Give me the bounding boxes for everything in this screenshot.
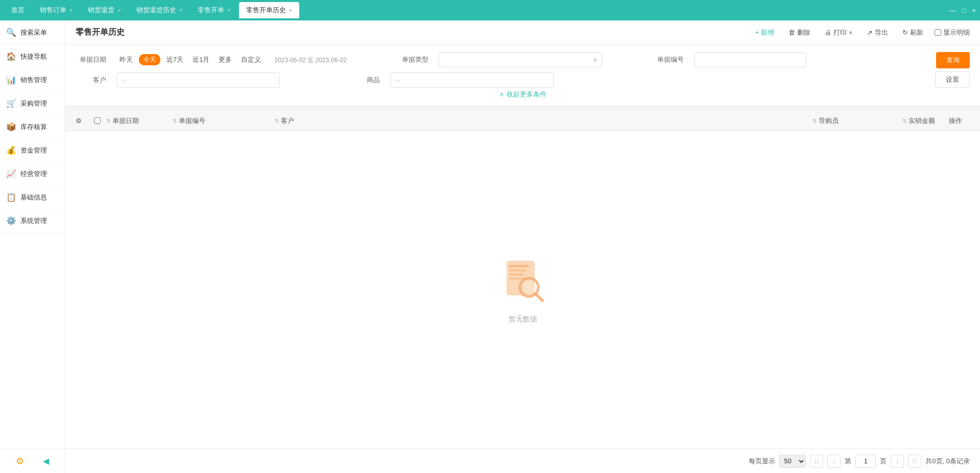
tab-home[interactable]: + 新增 首页 — [4, 2, 32, 18]
col-date-header[interactable]: ⇅ 单据日期 — [106, 116, 173, 126]
display-detail-toggle[interactable]: 显示明细 — [935, 28, 970, 37]
settings-bottom-icon[interactable]: ⚙ — [16, 456, 24, 467]
customer-label: 客户 — [76, 76, 106, 85]
col-action-label: 操作 — [949, 116, 962, 126]
tab-retail-open-history[interactable]: 零售开单历史 × — [239, 2, 299, 18]
date-opt-7days[interactable]: 近7天 — [163, 54, 186, 65]
date-label: 单据日期 — [76, 55, 106, 64]
tab-retail-open[interactable]: 零售开单 × — [190, 2, 237, 18]
tab-sales-return-close[interactable]: × — [117, 7, 121, 13]
sidebar-item-finance[interactable]: 💰 资金管理 — [0, 139, 65, 162]
maximize-btn[interactable]: □ — [962, 7, 966, 14]
filter-settings-button[interactable]: 设置 — [935, 71, 970, 88]
per-page-label: 每页显示 — [749, 457, 775, 466]
sidebar-item-purchase-mgmt[interactable]: 🛒 采购管理 — [0, 92, 65, 115]
add-label: + 新增 — [755, 28, 774, 37]
date-opt-today[interactable]: 今天 — [139, 54, 160, 65]
date-options-group: 昨天 今天 近7天 近1月 更多 自定义 — [116, 54, 264, 65]
table-area: ⚙ ⇅ 单据日期 ⇅ 单据编号 ⇅ 客户 ⇅ — [65, 111, 980, 473]
pagination: 每页显示 10 20 50 100 ⟨⟨ ⟨ 第 页 ⟩ ⟩⟩ 共0页, 0条记… — [65, 449, 980, 473]
svg-rect-2 — [509, 269, 527, 271]
col-customer-header[interactable]: ⇅ 客户 — [275, 116, 812, 126]
tab-sales-return-history[interactable]: 销货退货历史 × — [129, 2, 189, 18]
prev-page-btn[interactable]: ⟨ — [827, 455, 841, 468]
col-checkbox[interactable] — [88, 117, 106, 124]
tab-retail-open-close[interactable]: × — [227, 7, 230, 13]
main-layout: 🔍 搜索采单 🏠 快捷导航 📊 销售管理 🛒 采购管理 📦 库存核算 💰 资金管… — [0, 20, 980, 473]
select-all-checkbox[interactable] — [94, 117, 101, 124]
minimize-btn[interactable]: — — [949, 7, 956, 14]
refresh-button[interactable]: ↻ 刷新 — [899, 26, 926, 39]
delete-icon: 🗑 — [788, 29, 795, 36]
export-button[interactable]: ↗ 导出 — [864, 26, 891, 39]
col-guide-label: 导购员 — [819, 116, 839, 126]
page-title: 零售开单历史 — [76, 27, 752, 38]
basic-info-icon: 📋 — [6, 192, 15, 202]
date-range-text: 2023-06-02 至 2023-06-02 — [274, 56, 346, 65]
query-button[interactable]: 查询 — [936, 52, 970, 68]
empty-icon — [497, 256, 548, 307]
display-detail-checkbox[interactable] — [935, 29, 941, 36]
per-page-select[interactable]: 10 20 50 100 — [779, 455, 806, 468]
purchase-mgmt-label: 采购管理 — [20, 99, 47, 108]
tab-sales-order-close[interactable]: × — [69, 7, 73, 13]
col-amount-header[interactable]: ⇅ 实销金额 — [874, 116, 935, 126]
goods-input[interactable]: ··· — [390, 72, 554, 88]
export-label: 导出 — [875, 28, 888, 37]
system-icon: ⚙️ — [6, 216, 15, 226]
type-select[interactable]: ∨ — [439, 52, 602, 67]
col-guide-header[interactable]: ⇅ 导购员 — [812, 116, 874, 126]
tab-sales-order[interactable]: 销售订单 × — [33, 2, 80, 18]
tab-retail-open-history-close[interactable]: × — [289, 7, 292, 13]
inventory-icon: 📦 — [6, 122, 15, 132]
operations-label: 经营管理 — [20, 169, 47, 179]
current-page-input[interactable] — [855, 455, 876, 468]
inventory-label: 库存核算 — [20, 122, 47, 132]
next-page-btn[interactable]: ⟩ — [891, 455, 904, 468]
col-amount-label: 实销金额 — [909, 116, 935, 126]
add-button[interactable]: + 新增 — [752, 26, 777, 39]
tab-sales-return-history-close[interactable]: × — [179, 7, 182, 13]
first-page-btn[interactable]: ⟨⟨ — [810, 455, 823, 468]
close-btn[interactable]: × — [972, 7, 976, 14]
sidebar-item-operations[interactable]: 📈 经营管理 — [0, 162, 65, 186]
sidebar-item-inventory[interactable]: 📦 库存核算 — [0, 115, 65, 139]
col-order-no-label: 单据编号 — [179, 116, 205, 126]
collapse-sidebar-icon[interactable]: ◀ — [43, 456, 49, 466]
date-opt-yesterday[interactable]: 昨天 — [116, 54, 136, 65]
order-no-input[interactable] — [694, 52, 806, 67]
sort-icon-left-customer: ⇅ — [275, 118, 279, 123]
date-opt-custom[interactable]: 自定义 — [238, 54, 264, 65]
sort-icon-left-order: ⇅ — [173, 118, 177, 123]
col-settings-icon[interactable]: ⚙ — [69, 117, 88, 125]
purchase-mgmt-icon: 🛒 — [6, 98, 15, 108]
sales-mgmt-icon: 📊 — [6, 75, 15, 85]
customer-dots: ··· — [121, 77, 127, 84]
date-opt-1month[interactable]: 近1月 — [189, 54, 212, 65]
tab-sales-return[interactable]: 销货退货 × — [81, 2, 128, 18]
print-caret: ∨ — [849, 30, 852, 35]
print-icon: 🖨 — [825, 29, 831, 36]
delete-button[interactable]: 🗑 删除 — [785, 26, 814, 39]
last-page-btn[interactable]: ⟩⟩ — [908, 455, 921, 468]
customer-input[interactable]: ··· — [116, 72, 280, 88]
col-order-no-header[interactable]: ⇅ 单据编号 — [173, 116, 275, 126]
col-customer-label: 客户 — [281, 116, 294, 126]
query-label: 查询 — [946, 56, 960, 65]
quick-nav-label: 快捷导航 — [20, 52, 47, 61]
print-button[interactable]: 🖨 打印 ∨ — [822, 26, 855, 39]
col-action-header: 操作 — [935, 116, 976, 126]
col-date-label: 单据日期 — [112, 116, 139, 126]
sidebar-search[interactable]: 🔍 搜索采单 — [0, 20, 65, 45]
search-icon: 🔍 — [6, 28, 16, 37]
filter-row-1: 单据日期 昨天 今天 近7天 近1月 更多 自定义 2023-06-02 至 2… — [76, 52, 925, 67]
date-opt-more[interactable]: 更多 — [216, 54, 235, 65]
sidebar-item-sales-mgmt[interactable]: 📊 销售管理 — [0, 68, 65, 92]
sidebar-item-quick-nav[interactable]: 🏠 快捷导航 — [0, 45, 65, 68]
sidebar-item-system[interactable]: ⚙️ 系统管理 — [0, 209, 65, 233]
settings-label: 设置 — [946, 75, 959, 84]
collapse-button[interactable]: ∧ 收起更多条件 — [76, 90, 970, 99]
order-no-label: 单据编号 — [653, 55, 684, 64]
sidebar-item-basic-info[interactable]: 📋 基础信息 — [0, 186, 65, 209]
tab-home-label: 首页 — [11, 6, 25, 15]
